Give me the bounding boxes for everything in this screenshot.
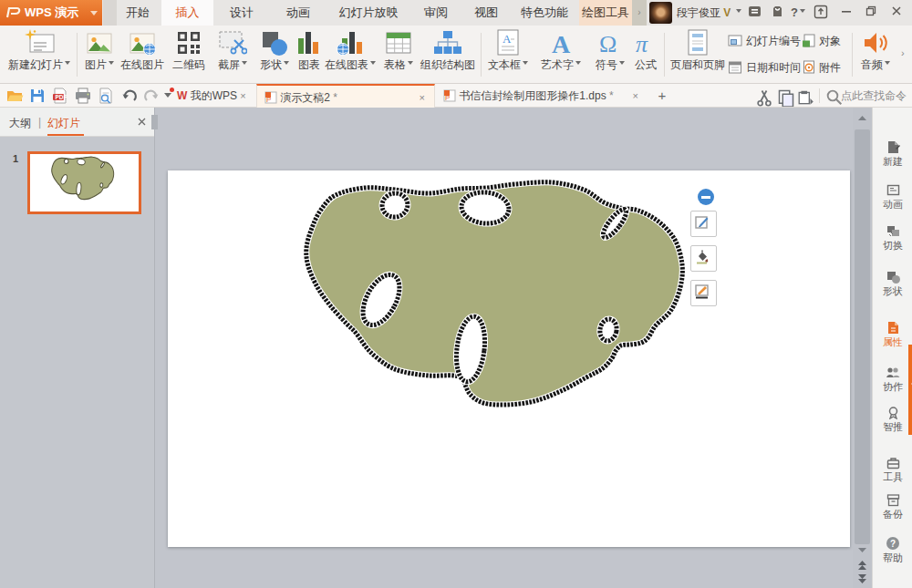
svg-text:P: P — [445, 94, 450, 102]
svg-text:P: P — [266, 96, 271, 104]
svg-text:π: π — [636, 31, 648, 57]
svg-text:Ω: Ω — [599, 31, 617, 57]
svg-text:PDF: PDF — [56, 94, 67, 100]
svg-text:A: A — [552, 30, 571, 57]
svg-text:A: A — [503, 32, 512, 46]
svg-text:?: ? — [890, 539, 896, 549]
